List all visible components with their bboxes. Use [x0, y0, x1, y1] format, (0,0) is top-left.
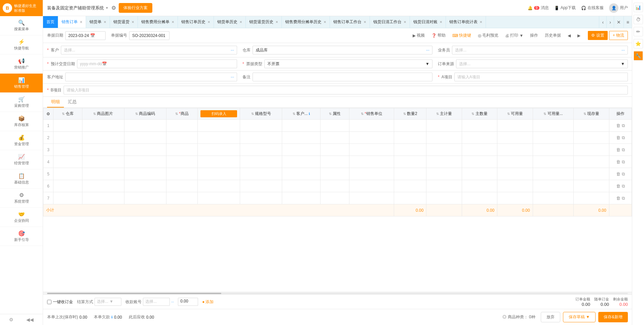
tab-close-icon-3[interactable]: ✕ [131, 20, 134, 24]
amount-input[interactable]: 0.00 [178, 298, 198, 306]
shortcut-btn[interactable]: ⌨ 快捷键 [450, 32, 473, 39]
tab-item-2[interactable]: 销货单✕ [86, 16, 110, 28]
tab-detail[interactable]: 明细 [47, 97, 64, 108]
sidebar-item-6[interactable]: 💰 资金管理 [0, 131, 43, 150]
add-payment-btn[interactable]: ● 添加 [202, 299, 213, 305]
row-product-code[interactable] [124, 132, 166, 144]
payment-method-select[interactable]: 选择... ▼ [94, 298, 121, 306]
row-attribute[interactable] [320, 144, 349, 156]
row-attribute[interactable] [320, 120, 349, 132]
row-attribute[interactable] [320, 180, 349, 192]
row-copy-btn[interactable]: ⧉ [622, 147, 625, 153]
row-main-qty[interactable] [462, 132, 497, 144]
row-warehouse[interactable] [53, 192, 82, 204]
row-copy-btn[interactable]: ⧉ [622, 123, 625, 128]
system-selector[interactable]: 装备及固定资产辅助管理系统 ▼ [47, 5, 109, 11]
sidebar-item-11[interactable]: 🎯 新手引导 [0, 227, 43, 246]
print-btn[interactable]: 🖨 打印 ▼ [503, 32, 525, 39]
row-product-code[interactable] [124, 180, 166, 192]
tab-item-6[interactable]: 销货单历史✕ [214, 16, 246, 28]
row-delete-btn[interactable]: 🗑 [616, 196, 620, 201]
save-new-button[interactable]: 保存&新增 [598, 312, 628, 322]
tab-menu-button[interactable]: ≡ [623, 16, 632, 28]
tab-item-10[interactable]: 钱货日清工作台✕ [370, 16, 410, 28]
history-btn[interactable]: 历史单据 [543, 32, 563, 39]
tab-item-11[interactable]: 钱货日清对账✕ [410, 16, 446, 28]
sidebar-item-3[interactable]: 📊 销售管理 [0, 74, 43, 93]
row-spec[interactable] [240, 120, 282, 132]
row-warehouse[interactable] [53, 168, 82, 180]
quick-checkout-input[interactable] [47, 300, 51, 304]
row-spec[interactable] [240, 156, 282, 168]
row-unit[interactable] [349, 156, 394, 168]
row-delete-btn[interactable]: 🗑 [616, 147, 620, 153]
row-copy-btn[interactable]: ⧉ [622, 184, 625, 189]
row-delete-btn[interactable]: 🗑 [616, 123, 620, 128]
row-unit[interactable] [349, 132, 394, 144]
row-customer-code[interactable] [282, 120, 320, 132]
row-product[interactable] [166, 180, 197, 192]
tab-item-4[interactable]: 销售费用分摊单✕ [138, 16, 178, 28]
row-attribute[interactable] [320, 156, 349, 168]
b-project-input[interactable]: 请输入B项目 [64, 86, 628, 94]
row-customer-code[interactable] [282, 144, 320, 156]
tab-item-1[interactable]: 销售订单✕ [58, 16, 86, 28]
settings-bottom-icon[interactable]: ⚙ [9, 317, 13, 322]
scan-button[interactable]: 扫码录入 [200, 110, 237, 117]
tab-close-icon-2[interactable]: ✕ [104, 20, 106, 24]
row-spec[interactable] [240, 168, 282, 180]
row-main-qty[interactable] [462, 156, 497, 168]
collapse-icon[interactable]: ◀◀ [26, 317, 34, 322]
delivery-input[interactable]: yyyy-mm-dd 📅 [77, 59, 237, 68]
tab-close-icon-7[interactable]: ✕ [275, 20, 278, 24]
row-qty2[interactable] [394, 120, 426, 132]
row-copy-btn[interactable]: ⧉ [622, 135, 625, 140]
quick-checkout-checkbox[interactable]: 一键收订金 [47, 299, 73, 305]
operation-btn[interactable]: 操作 [528, 32, 540, 39]
table-wrapper[interactable]: ⚙ ⇅ 仓库 ⇅ 商品图片 ⇅ 商品编码 ⇅ *商品 扫码录入 ⇅ 规格型号 ⇅… [43, 108, 632, 292]
row-unit[interactable] [349, 168, 394, 180]
row-qty2[interactable] [394, 192, 426, 204]
row-spec[interactable] [240, 144, 282, 156]
row-warehouse[interactable] [53, 120, 82, 132]
row-warehouse[interactable] [53, 180, 82, 192]
row-delete-btn[interactable]: 🗑 [616, 135, 620, 140]
row-customer-code[interactable] [282, 180, 320, 192]
right-panel-btn-2[interactable]: ⏱ [634, 15, 643, 24]
row-main-qty[interactable] [462, 180, 497, 192]
row-copy-btn[interactable]: ⧉ [622, 171, 625, 177]
row-main-qty[interactable] [462, 168, 497, 180]
tab-item-12[interactable]: 销售订单统计表✕ [446, 16, 486, 28]
row-product[interactable] [166, 192, 197, 204]
row-attribute[interactable] [320, 132, 349, 144]
customer-input[interactable]: 选择... ··· [61, 46, 237, 54]
sidebar-item-1[interactable]: ⚡ 快捷导航 [0, 35, 43, 54]
row-main-qty[interactable] [462, 192, 497, 204]
row-copy-btn[interactable]: ⧉ [622, 159, 625, 165]
tab-item-9[interactable]: 销售订单工作台✕ [330, 16, 370, 28]
invoice-select[interactable]: 不开票 ▼ [264, 59, 432, 68]
tab-summary[interactable]: 汇总 [64, 97, 81, 108]
tab-close-icon-6[interactable]: ✕ [239, 20, 242, 24]
salesperson-input[interactable]: 选择... ··· [452, 46, 628, 54]
online-service-action[interactable]: 🎧 在线客服 [581, 5, 604, 11]
sidebar-item-4[interactable]: 🛒 采购管理 [0, 93, 43, 112]
view-btn[interactable]: ▶ 视频 [411, 32, 427, 39]
row-warehouse[interactable] [53, 132, 82, 144]
row-attribute[interactable] [320, 168, 349, 180]
order-no-input[interactable]: SO-20230324-001 [129, 31, 169, 40]
tab-close-icon-10[interactable]: ✕ [404, 20, 406, 24]
row-product-code[interactable] [124, 144, 166, 156]
right-panel-btn-4[interactable]: ⭐ [634, 39, 643, 48]
app-download-action[interactable]: 📱 App下载 [554, 5, 576, 11]
row-delete-btn[interactable]: 🗑 [616, 184, 620, 189]
sidebar-item-0[interactable]: 🔍 搜索菜单 [0, 16, 43, 35]
row-qty2[interactable] [394, 132, 426, 144]
row-product[interactable] [166, 168, 197, 180]
date-input[interactable]: 2023-03-24 📅 [65, 31, 106, 40]
row-product-code[interactable] [124, 120, 166, 132]
tab-item-7[interactable]: 销货退货历史✕ [246, 16, 282, 28]
sidebar-item-5[interactable]: 📦 库存核算 [0, 112, 43, 131]
messages-action[interactable]: 🔔 9 消息 [528, 5, 549, 11]
order-source-select[interactable]: 选择... ▼ [456, 59, 628, 68]
